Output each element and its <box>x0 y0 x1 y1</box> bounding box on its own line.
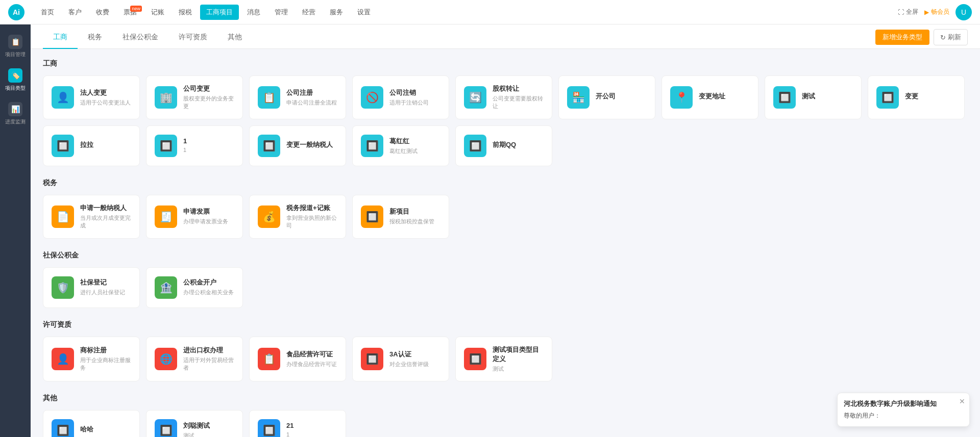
service-card[interactable]: 🔲 测试项目类型目定义 测试 <box>455 337 552 381</box>
card-icon: 🔲 <box>155 135 177 157</box>
card-text: 申请发票 办理申请发票业务 <box>183 207 228 225</box>
sidebar-item-项目管理[interactable]: 📋 项目管理 <box>0 30 31 63</box>
service-card[interactable]: 🔲 变更一般纳税人 <box>249 125 346 166</box>
nav-item-票据[interactable]: 票据new <box>117 5 143 20</box>
card-desc: 办理申请发票业务 <box>183 218 228 225</box>
fullscreen-button[interactable]: ⛶ 全屏 <box>898 8 918 16</box>
card-icon: 🔲 <box>876 86 899 109</box>
card-text: 社保登记 进行人员社保登记 <box>80 278 125 296</box>
card-title: 税务报道+记账 <box>286 203 337 213</box>
card-text: 公司注销 适用于注销公司 <box>389 88 429 107</box>
card-desc: 办理食品经营许可证 <box>286 361 337 368</box>
service-card[interactable]: 🔲 拉拉 <box>43 125 140 166</box>
service-card[interactable]: 🏢 公司变更 股权变更外的业务变更 <box>146 75 243 119</box>
cards-grid: 🛡️ 社保登记 进行人员社保登记 🏦 公积金开户 办理公积金相关业务 <box>43 267 968 308</box>
card-icon: 🔲 <box>361 135 383 157</box>
service-card[interactable]: 🔲 刘聪测试 测试 <box>146 410 243 437</box>
nav-item-收费[interactable]: 收费 <box>90 5 115 20</box>
section-title: 其他 <box>43 394 968 403</box>
card-title: 公积金开户 <box>183 278 234 287</box>
nav-item-工商项目[interactable]: 工商项目 <box>200 5 239 20</box>
sub-tab-税务[interactable]: 税务 <box>78 27 112 49</box>
sidebar-item-进度监测[interactable]: 📊 进度监测 <box>0 97 31 131</box>
service-card[interactable]: 🚫 公司注销 适用于注销公司 <box>352 75 449 119</box>
nav-item-管理[interactable]: 管理 <box>268 5 294 20</box>
nav-item-设置[interactable]: 设置 <box>351 5 377 20</box>
service-card[interactable]: 🧾 申请发票 办理申请发票业务 <box>146 195 243 239</box>
card-title: 公司注册 <box>286 88 337 97</box>
card-title: 测试项目类型目定义 <box>493 345 544 364</box>
service-card[interactable]: 🌐 进出口权办理 适用于对外贸易经营者 <box>146 337 243 381</box>
nav-item-记账[interactable]: 记账 <box>145 5 170 20</box>
card-icon: 📋 <box>258 86 280 109</box>
notification-content: 尊敬的用户： <box>844 412 963 420</box>
cards-grid: 👤 法人变更 适用于公司变更法人 🏢 公司变更 股权变更外的业务变更 📋 公司注… <box>43 75 968 166</box>
sidebar-label-0: 项目管理 <box>5 51 26 58</box>
card-text: 哈哈 <box>80 425 93 435</box>
section-title: 社保公积金 <box>43 251 968 260</box>
card-title: 食品经营许可证 <box>286 350 337 359</box>
service-card[interactable]: 🔲 测试 <box>765 75 862 119</box>
card-desc: 测试 <box>183 432 210 437</box>
card-desc: 申请公司注册全流程 <box>286 99 337 107</box>
sub-tab-许可资质[interactable]: 许可资质 <box>168 27 217 49</box>
service-card[interactable]: 👤 商标注册 用于企业商标注册服务 <box>43 337 140 381</box>
card-text: 变更一般纳税人 <box>286 140 333 151</box>
card-icon: 🏪 <box>567 86 590 109</box>
sidebar-label-2: 进度监测 <box>5 118 26 125</box>
section-其他: 其他 🔲 哈哈 🔲 刘聪测试 测试 🔲 21 1 <box>43 394 968 437</box>
card-desc: 拿到营业执照的新公司 <box>286 214 337 230</box>
service-card[interactable]: 📄 申请一般纳税人 当月或次月成变更完成 <box>43 195 140 239</box>
service-card[interactable]: 💰 税务报道+记账 拿到营业执照的新公司 <box>249 195 346 239</box>
sidebar-item-项目类型[interactable]: 🏷️ 项目类型 <box>0 63 31 97</box>
service-card[interactable]: 🔲 前期QQ <box>455 125 552 166</box>
sidebar-icon-0: 📋 <box>8 35 22 49</box>
service-card[interactable]: 🔄 股权转让 公司变更需要股权转让 <box>455 75 552 119</box>
nav-item-消息[interactable]: 消息 <box>241 5 266 20</box>
sub-tabs: 工商税务社保公积金许可资质其他 新增业务类型 ↻ 刷新 <box>31 24 980 49</box>
nav-item-服务[interactable]: 服务 <box>324 5 349 20</box>
card-title: 葛红红 <box>389 137 418 146</box>
service-card[interactable]: 🔲 葛红红 葛红红测试 <box>352 125 449 166</box>
sub-tab-工商[interactable]: 工商 <box>43 27 78 49</box>
card-title: 申请一般纳税人 <box>80 203 131 213</box>
service-card[interactable]: 🔲 哈哈 <box>43 410 140 437</box>
service-card[interactable]: 🏪 开公司 <box>558 75 655 119</box>
card-text: 1 1 <box>183 137 187 154</box>
card-icon: 🔲 <box>773 86 796 109</box>
card-text: 商标注册 用于企业商标注册服务 <box>80 346 131 372</box>
card-icon: 👤 <box>52 86 74 109</box>
service-card[interactable]: 🔲 1 1 <box>146 125 243 166</box>
nav-item-经营[interactable]: 经营 <box>296 5 322 20</box>
vip-button[interactable]: ▶ 畅会员 <box>924 8 949 16</box>
card-desc: 报税加税控盘保管 <box>389 218 434 225</box>
service-card[interactable]: 🏦 公积金开户 办理公积金相关业务 <box>146 267 243 308</box>
service-card[interactable]: 👤 法人变更 适用于公司变更法人 <box>43 75 140 119</box>
card-text: 税务报道+记账 拿到营业执照的新公司 <box>286 203 337 230</box>
nav-item-首页[interactable]: 首页 <box>35 5 60 20</box>
nav-item-报税[interactable]: 报税 <box>173 5 198 20</box>
card-icon: 🔲 <box>258 419 280 437</box>
sub-tab-社保公积金[interactable]: 社保公积金 <box>112 27 168 49</box>
user-avatar[interactable]: U <box>955 4 972 20</box>
refresh-button[interactable]: ↻ 刷新 <box>934 29 968 45</box>
notification-close-button[interactable]: ✕ <box>959 397 965 405</box>
card-text: 公积金开户 办理公积金相关业务 <box>183 278 234 296</box>
service-card[interactable]: 🔲 3A认证 对企业信誉评级 <box>352 337 449 381</box>
new-type-button[interactable]: 新增业务类型 <box>875 30 929 45</box>
service-card[interactable]: 📍 变更地址 <box>662 75 758 119</box>
service-card[interactable]: 📋 公司注册 申请公司注册全流程 <box>249 75 346 119</box>
sub-tab-其他[interactable]: 其他 <box>217 27 252 49</box>
service-card[interactable]: 🛡️ 社保登记 进行人员社保登记 <box>43 267 140 308</box>
service-card[interactable]: 🔲 新项目 报税加税控盘保管 <box>352 195 449 239</box>
sidebar-icon-2: 📊 <box>8 102 22 116</box>
service-card[interactable]: 🔲 21 1 <box>249 410 346 437</box>
card-text: 申请一般纳税人 当月或次月成变更完成 <box>80 203 131 230</box>
refresh-icon: ↻ <box>940 34 946 41</box>
service-card[interactable]: 🔲 变更 <box>868 75 965 119</box>
card-icon: 🔄 <box>464 86 486 109</box>
card-icon: 🔲 <box>155 419 177 437</box>
service-card[interactable]: 📋 食品经营许可证 办理食品经营许可证 <box>249 337 346 381</box>
nav-item-客户[interactable]: 客户 <box>62 5 88 20</box>
card-text: 公司注册 申请公司注册全流程 <box>286 88 337 107</box>
